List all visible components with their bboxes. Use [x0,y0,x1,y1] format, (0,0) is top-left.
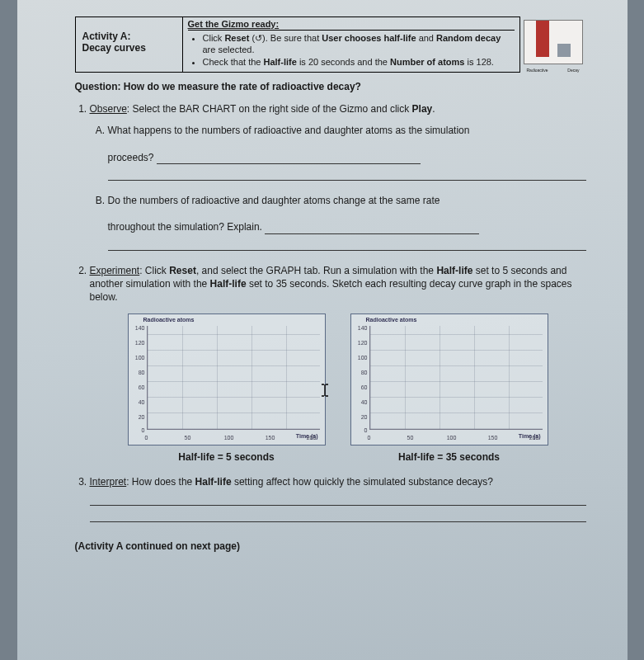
activity-label: Activity A: [82,31,176,42]
activity-header-box: Activity A: Decay curves Get the Gizmo r… [75,16,520,73]
page-footer-note: (Activity A continued on next page) [75,540,586,552]
thumb-label-a: Radioactive [527,68,548,73]
thumb-bar-radioactive [536,21,549,57]
answer-blank[interactable] [265,224,479,234]
answer-blank[interactable] [157,154,421,164]
chart-35sec-caption: Half-life = 35 seconds [350,450,548,464]
question-3: Interpret: How does the Half-life settin… [90,475,586,521]
thumb-label-b: Decay [567,68,579,73]
ready-bullet-2: Check that the Half-life is 20 seconds a… [203,57,515,68]
question-2: Experiment: Click Reset, and select the … [90,264,586,464]
chart-plot-area[interactable] [369,326,543,430]
activity-title-cell: Activity A: Decay curves [76,17,183,72]
activity-name: Decay curves [82,42,176,54]
answer-blank[interactable] [90,494,586,506]
gizmo-ready-title: Get the Gizmo ready: [188,19,515,31]
answer-blank[interactable] [90,511,586,522]
answer-blank[interactable] [108,169,586,181]
answer-blank[interactable] [108,239,586,251]
chart-5sec: Radioactive atoms 140 120 100 80 60 40 2… [128,314,326,464]
gizmo-ready-cell: Get the Gizmo ready: Click Reset (↺). Be… [183,17,519,72]
question-1a: What happens to the numbers of radioacti… [108,124,586,181]
reset-icon: ↺ [255,33,262,43]
question-1: Observe: Select the BAR CHART on the rig… [90,102,586,250]
main-question: Question: How do we measure the rate of … [75,81,586,92]
thumb-bar-daughter [557,44,571,57]
chart-35sec: Radioactive atoms 140 120 100 80 60 40 2… [350,314,548,464]
chart-plot-area[interactable] [147,326,320,430]
worksheet-page: Activity A: Decay curves Get the Gizmo r… [17,0,628,660]
ready-bullet-1: Click Reset (↺). Be sure that User choos… [203,33,515,56]
question-1b: Do the numbers of radioactive and daught… [108,194,586,251]
bar-chart-thumbnail: Radioactive Decay [520,16,586,71]
chart-5sec-caption: Half-life = 5 seconds [128,450,326,464]
